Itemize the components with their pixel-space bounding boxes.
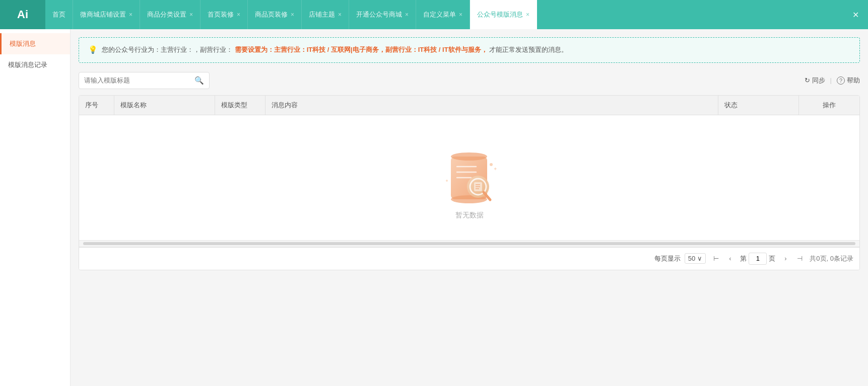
col-content: 消息内容 (265, 96, 718, 115)
close-tab-icon[interactable]: × (129, 11, 132, 18)
search-input[interactable] (84, 76, 194, 84)
sidebar-item-template-msg-record[interactable]: 模版消息记录 (0, 54, 70, 75)
empty-text: 暂无数据 (455, 211, 484, 220)
page-size-label: 每页显示 (654, 254, 681, 263)
divider: | (830, 76, 832, 84)
last-page-button[interactable]: ⊣ (793, 253, 806, 265)
search-right-actions: ↻ 同步 | ? 帮助 (805, 76, 860, 85)
tab-product-category[interactable]: 商品分类设置× (140, 0, 201, 29)
col-name: 模版名称 (114, 96, 215, 115)
notice-icon: 💡 (88, 45, 98, 54)
close-tab-icon[interactable]: × (459, 11, 462, 18)
data-table: 序号 模版名称 模版类型 消息内容 状态 操作 (79, 95, 860, 270)
help-button[interactable]: ? 帮助 (837, 76, 860, 85)
sidebar: 模版消息模版消息记录 (0, 29, 71, 386)
pagination: 每页显示 50 ∨ ⊢ ‹ 第 页 › ⊣ 共0页, 0条 (79, 247, 859, 270)
tab-wechat-shop[interactable]: 微商城店铺设置× (73, 0, 140, 29)
page-prefix-label: 第 (740, 254, 747, 263)
empty-state: ✦ 暂无数据 (79, 115, 859, 240)
notice-box: 💡 您的公众号行业为：主营行业：，副营行业： 需要设置为：主营行业：IT科技 /… (79, 37, 860, 63)
dropdown-icon: ∨ (697, 255, 702, 262)
search-bar: 🔍 ↻ 同步 | ? 帮助 (79, 72, 860, 89)
page-suffix-label: 页 (769, 254, 775, 263)
tab-template-msg[interactable]: 公众号模版消息× (470, 0, 537, 29)
col-action: 操作 (799, 96, 859, 115)
search-icon[interactable]: 🔍 (194, 76, 204, 85)
help-circle-icon: ? (837, 76, 845, 85)
notice-text: 您的公众号行业为：主营行业：，副营行业： 需要设置为：主营行业：IT科技 / 互… (102, 45, 568, 55)
global-close-button[interactable]: ✕ (843, 0, 868, 29)
svg-text:✦: ✦ (493, 166, 497, 172)
col-status: 状态 (718, 96, 799, 115)
scrollbar-track[interactable] (83, 242, 855, 245)
close-tab-icon[interactable]: × (405, 11, 409, 18)
sidebar-item-template-msg[interactable]: 模版消息 (0, 33, 70, 54)
page-size-selector[interactable]: 50 ∨ (685, 253, 706, 264)
col-seq: 序号 (79, 96, 114, 115)
tab-custom-menu[interactable]: 自定义菜单× (416, 0, 470, 29)
tab-shop-theme[interactable]: 店铺主题× (302, 0, 349, 29)
tab-home[interactable]: 首页 (45, 0, 73, 29)
close-tab-icon[interactable]: × (291, 11, 294, 18)
top-nav: Ai 首页微商城店铺设置×商品分类设置×首页装修×商品页装修×店铺主题×开通公众… (0, 0, 868, 29)
prev-page-button[interactable]: ‹ (724, 253, 736, 265)
first-page-button[interactable]: ⊢ (710, 253, 722, 265)
page-input-box: 第 页 (740, 253, 775, 265)
close-tab-icon[interactable]: × (526, 11, 529, 18)
horizontal-scrollbar[interactable] (79, 240, 859, 247)
close-tab-icon[interactable]: × (237, 11, 240, 18)
tab-open-mall[interactable]: 开通公众号商城× (349, 0, 416, 29)
nav-tabs: 首页微商城店铺设置×商品分类设置×首页装修×商品页装修×店铺主题×开通公众号商城… (45, 0, 843, 29)
tab-homepage-decor[interactable]: 首页装修× (201, 0, 248, 29)
close-tab-icon[interactable]: × (338, 11, 342, 18)
content-area: 💡 您的公众号行业为：主营行业：，副营行业： 需要设置为：主营行业：IT科技 /… (71, 29, 868, 386)
close-tab-icon[interactable]: × (189, 11, 193, 18)
svg-point-14 (446, 180, 448, 182)
empty-illustration: ✦ (437, 145, 502, 211)
search-input-wrapper[interactable]: 🔍 (79, 72, 210, 89)
page-nav-next: › ⊣ (779, 253, 806, 265)
col-type: 模版类型 (215, 96, 265, 115)
svg-point-13 (490, 163, 493, 166)
main-layout: 模版消息模版消息记录 💡 您的公众号行业为：主营行业：，副营行业： 需要设置为：… (0, 29, 868, 386)
svg-point-1 (451, 152, 487, 161)
sync-icon: ↻ (805, 76, 810, 84)
next-page-button[interactable]: › (779, 253, 791, 265)
table-header: 序号 模版名称 模版类型 消息内容 状态 操作 (79, 96, 859, 115)
brand-logo: Ai (0, 0, 45, 29)
tab-product-page-decor[interactable]: 商品页装修× (248, 0, 302, 29)
total-info: 共0页, 0条记录 (810, 254, 853, 263)
page-nav: ⊢ ‹ (710, 253, 736, 265)
sync-button[interactable]: ↻ 同步 (805, 76, 825, 85)
page-number-input[interactable] (749, 253, 767, 265)
